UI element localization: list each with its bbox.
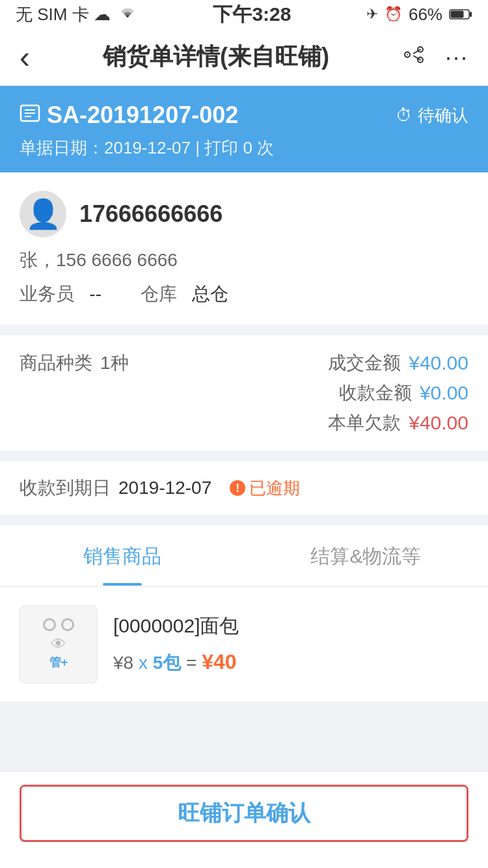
page-title: 销货单详情(来自旺铺)	[103, 41, 329, 73]
multiply-icon: x	[139, 653, 148, 673]
tabs-section: 销售商品 结算&物流等 👁 管+ [0000002]面包	[0, 525, 488, 701]
bottom-bar: 旺铺订单确认	[0, 771, 488, 868]
customer-section: 👤 17666666666 张，156 6666 6666 业务员 -- 仓库 …	[0, 172, 488, 325]
receipt-amount-row: 收款金额 ¥0.00	[339, 381, 468, 405]
confirm-order-button[interactable]: 旺铺订单确认	[20, 785, 468, 842]
order-id-text: SA-20191207-002	[47, 102, 238, 129]
location-icon: ✈	[366, 6, 378, 23]
salesperson-label: 业务员	[20, 284, 74, 304]
order-id: SA-20191207-002	[20, 102, 238, 129]
tab-settlement[interactable]: 结算&物流等	[244, 525, 488, 586]
product-types-value: 1种	[100, 351, 129, 375]
battery-text: 66%	[409, 5, 442, 25]
order-meta: 单据日期：2019-12-07 | 打印 0 次	[20, 137, 468, 159]
unit-price: ¥8	[113, 653, 133, 673]
receipt-amount-label: 收款金额	[339, 381, 412, 405]
status-text: 待确认	[418, 104, 468, 127]
warehouse-info: 仓库 总仓	[141, 282, 228, 306]
summary-right: 成交金额 ¥40.00 收款金额 ¥0.00 本单欠款 ¥40.00	[328, 351, 468, 435]
deal-amount-row: 成交金额 ¥40.00	[328, 351, 468, 375]
due-date-value: 2019-12-07	[118, 478, 211, 498]
overdue-icon: !	[230, 480, 245, 496]
owed-amount-row: 本单欠款 ¥40.00	[328, 411, 468, 435]
deal-amount-value: ¥40.00	[409, 352, 468, 374]
quantity: 5包	[153, 653, 182, 673]
status-left: 无 SIM 卡 ☁	[16, 3, 138, 26]
product-list: 👁 管+ [0000002]面包 ¥8 x 5包 = ¥40	[0, 587, 488, 701]
product-price: ¥8 x 5包 = ¥40	[113, 650, 468, 675]
salesperson-value: --	[89, 284, 102, 304]
status-time: 下午3:28	[213, 1, 291, 28]
tab-sales-products[interactable]: 销售商品	[0, 525, 244, 586]
customer-phone: 17666666666	[79, 200, 223, 228]
table-row: 👁 管+ [0000002]面包 ¥8 x 5包 = ¥40	[20, 605, 468, 683]
summary-left: 商品种类 1种	[20, 351, 129, 375]
status-right: ✈ ⏰ 66%	[366, 5, 472, 25]
owed-amount-label: 本单欠款	[328, 411, 401, 435]
receipt-amount-value: ¥0.00	[420, 382, 468, 404]
product-thumbnail: 👁 管+	[20, 605, 98, 683]
product-types-row: 商品种类 1种	[20, 351, 129, 375]
no-sim-text: 无 SIM 卡 ☁	[16, 3, 111, 26]
warehouse-label: 仓库	[141, 284, 177, 304]
alarm-icon: ⏰	[385, 6, 402, 23]
product-types-label: 商品种类	[20, 351, 92, 375]
clock-icon: ⏱	[396, 105, 413, 126]
avatar-icon: 👤	[25, 197, 61, 231]
order-icon	[20, 104, 40, 127]
warehouse-value: 总仓	[192, 284, 228, 304]
back-button[interactable]: ‹	[20, 39, 30, 75]
overdue-badge: ! 已逾期	[230, 477, 300, 500]
svg-rect-2	[470, 12, 472, 17]
total-price: ¥40	[202, 650, 236, 673]
share-icon[interactable]	[402, 43, 426, 72]
customer-detail: 张，156 6666 6666	[20, 248, 468, 273]
deal-amount-label: 成交金额	[328, 351, 401, 375]
more-icon[interactable]: ···	[445, 44, 468, 71]
order-banner: SA-20191207-002 ⏱ 待确认 单据日期：2019-12-07 | …	[0, 86, 488, 172]
product-info: [0000002]面包 ¥8 x 5包 = ¥40	[113, 613, 468, 675]
product-name: [0000002]面包	[113, 613, 468, 640]
status-bar: 无 SIM 卡 ☁ 下午3:28 ✈ ⏰ 66%	[0, 0, 488, 29]
overdue-text: 已逾期	[249, 477, 300, 500]
wifi-icon	[117, 5, 138, 25]
battery-icon	[449, 5, 472, 25]
avatar: 👤	[20, 191, 66, 237]
due-date-label: 收款到期日	[20, 476, 111, 500]
svg-rect-1	[451, 10, 464, 18]
tabs-row: 销售商品 结算&物流等	[0, 525, 488, 587]
owed-amount-value: ¥40.00	[409, 412, 468, 434]
equals-icon: =	[186, 653, 197, 673]
summary-section: 商品种类 1种 成交金额 ¥40.00 收款金额 ¥0.00 本单欠款 ¥40.…	[0, 335, 488, 451]
order-status: ⏱ 待确认	[396, 104, 468, 127]
due-date-section: 收款到期日 2019-12-07 ! 已逾期	[0, 461, 488, 515]
salesperson-info: 业务员 --	[20, 282, 102, 306]
nav-bar: ‹ 销货单详情(来自旺铺) ···	[0, 29, 488, 86]
nav-actions: ···	[402, 43, 468, 72]
